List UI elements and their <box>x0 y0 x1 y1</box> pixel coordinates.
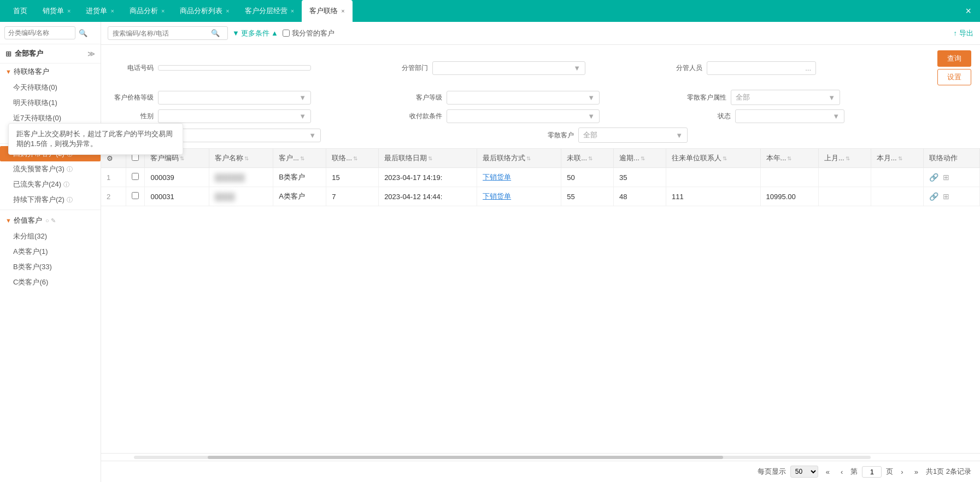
more-conditions-btn[interactable]: ▼ 更多条件 ▲ <box>232 28 278 38</box>
last-page-btn[interactable]: » <box>911 467 922 477</box>
sidebar-item-today[interactable]: 今天待联络(0) <box>0 80 101 95</box>
export-button[interactable]: ↑ 导出 <box>954 28 974 38</box>
tab-purchase-order[interactable]: 进货单 × <box>78 0 121 22</box>
sidebar-collapse-btn[interactable]: ≫ <box>87 50 95 58</box>
sort-icon-annual[interactable]: ⇅ <box>787 155 791 161</box>
cell-company-contact-2: 111 <box>666 187 760 206</box>
chevron-down-icon8: ▼ <box>309 131 316 140</box>
per-page-label: 每页显示 <box>758 467 786 477</box>
customer-level-select[interactable]: ▼ <box>447 91 600 104</box>
horizontal-scrollbar[interactable] <box>101 453 980 461</box>
sidebar-item-declining[interactable]: 持续下滑客户(2) ⓘ <box>0 192 101 207</box>
chevron-down-icon9: ▼ <box>676 131 683 140</box>
filter-group-manager: 分管人员 ... <box>659 61 929 75</box>
sort-icon-type[interactable]: ⇅ <box>300 155 304 161</box>
sidebar-all-customers[interactable]: ⊞ 全部客户 ≫ <box>0 44 101 63</box>
sort-icon-code[interactable]: ⇅ <box>180 155 184 161</box>
link-action-icon-1[interactable]: 🔗 <box>929 173 938 182</box>
close-tab-customer-contact[interactable]: × <box>341 8 344 14</box>
retail-customer-label: 零散客户 <box>548 131 574 140</box>
cell-actions-2: 🔗 ⊞ <box>923 187 979 206</box>
payment-label: 收付款条件 <box>398 112 442 121</box>
info-icon-churn: ⓘ <box>67 165 73 173</box>
manager-select[interactable]: ... <box>707 61 816 75</box>
cell-type-2: A类客户 <box>273 187 326 206</box>
close-all-tabs[interactable]: × <box>965 5 971 17</box>
first-page-btn[interactable]: « <box>823 467 833 477</box>
info-icon-churned: ⓘ <box>63 181 69 189</box>
payment-select[interactable]: ▼ <box>447 109 600 123</box>
sidebar-item-churned[interactable]: 已流失客户(24) ⓘ <box>0 177 101 192</box>
chevron-down-icon2: ▼ <box>299 94 306 102</box>
my-customer-checkbox[interactable]: 我分管的客户 <box>283 28 335 38</box>
sort-icon-this-month[interactable]: ⇅ <box>898 155 902 161</box>
status-select[interactable]: ▼ <box>735 109 844 123</box>
close-tab-sales-order[interactable]: × <box>67 8 71 14</box>
price-level-select[interactable]: ▼ <box>158 91 311 104</box>
data-table: ⚙ 客户编码⇅ 客户名称⇅ 客户...⇅ 联络...⇅ 最后联络日期⇅ 最后联络… <box>101 149 980 206</box>
query-button[interactable]: 查询 <box>937 50 971 67</box>
filter-row-3: 性别 ▼ 收付款条件 ▼ 状态 <box>110 109 971 123</box>
dept-select[interactable]: ▼ <box>432 61 585 75</box>
sort-icon-company[interactable]: ⇅ <box>723 155 727 161</box>
col-header-actions: 联络动作 <box>923 149 979 168</box>
sort-icon-last-month[interactable]: ⇅ <box>846 155 850 161</box>
cell-contact-count-2: 7 <box>326 187 379 206</box>
sidebar-item-unclassified[interactable]: 未分组(32) <box>0 229 101 244</box>
sort-icon-uncontacted[interactable]: ⇅ <box>588 155 592 161</box>
tab-customer-layered[interactable]: 客户分层经营 × <box>237 0 302 22</box>
page-input[interactable] <box>862 466 882 478</box>
grid-action-icon-1[interactable]: ⊞ <box>943 173 949 182</box>
phone-input[interactable] <box>158 65 311 71</box>
link-action-icon-2[interactable]: 🔗 <box>929 192 938 201</box>
customer-type-select[interactable]: ▼ <box>168 129 321 142</box>
prev-page-btn[interactable]: ‹ <box>837 467 846 477</box>
tree-group-pending-header[interactable]: ▼ 待联络客户 <box>0 63 101 80</box>
sidebar-item-churn-warning[interactable]: 流失预警客户(3) ⓘ <box>0 161 101 177</box>
page-suffix: 页 <box>886 467 893 477</box>
filter-group-customer-level: 客户等级 ▼ <box>398 91 683 104</box>
sidebar-item-class-b[interactable]: B类客户(33) <box>0 259 101 275</box>
scrollbar-thumb[interactable] <box>208 456 724 459</box>
search-icon[interactable]: 🔍 <box>211 29 220 37</box>
sort-icon-overdue[interactable]: ⇅ <box>641 155 645 161</box>
sidebar-value-customer-header[interactable]: ▼ 价值客户 ○ ✎ <box>0 212 101 229</box>
row-checkbox-2[interactable] <box>132 192 139 199</box>
cell-uncontacted-2: 55 <box>561 187 614 206</box>
sidebar-search-input[interactable] <box>4 26 75 39</box>
scrollbar-track <box>134 456 871 459</box>
per-page-select[interactable]: 50 100 200 <box>790 466 818 478</box>
gender-select[interactable]: ▼ <box>158 109 311 123</box>
retail-attr-select[interactable]: 全部 ▼ <box>731 90 840 105</box>
sort-icon-name[interactable]: ⇅ <box>244 155 249 161</box>
cell-last-date-2: 2023-04-12 14:44: <box>379 187 477 206</box>
tab-home[interactable]: 首页 <box>5 0 35 22</box>
settings-icon[interactable]: ⚙ <box>107 154 113 162</box>
tab-sales-order[interactable]: 销货单 × <box>35 0 78 22</box>
sort-icon-contact[interactable]: ⇅ <box>353 155 357 161</box>
sidebar-item-class-a[interactable]: A类客户(1) <box>0 244 101 259</box>
close-tab-product-analysis[interactable]: × <box>161 8 165 14</box>
sidebar-item-class-c[interactable]: C类客户(6) <box>0 275 101 290</box>
sidebar-search-area: 🔍 <box>0 22 101 44</box>
chevron-up-icon: ▲ <box>271 29 278 37</box>
sort-icon-date[interactable]: ⇅ <box>428 155 432 161</box>
tab-product-analysis[interactable]: 商品分析 × <box>122 0 172 22</box>
row-checkbox-1[interactable] <box>132 173 139 180</box>
grid-action-icon-2[interactable]: ⊞ <box>943 192 949 201</box>
retail-customer-select[interactable]: 全部 ▼ <box>578 127 688 143</box>
sort-icon-method[interactable]: ⇅ <box>526 155 531 161</box>
main-search-input[interactable] <box>113 30 211 37</box>
tab-product-analysis-list[interactable]: 商品分析列表 × <box>172 0 237 22</box>
sidebar-item-tomorrow[interactable]: 明天待联络(1) <box>0 95 101 111</box>
close-tab-purchase-order[interactable]: × <box>110 8 114 14</box>
close-tab-product-analysis-list[interactable]: × <box>226 8 229 14</box>
sidebar-search-icon[interactable]: 🔍 <box>79 29 87 37</box>
my-customer-check[interactable] <box>283 30 290 37</box>
set-button[interactable]: 设置 <box>937 69 971 85</box>
edit-icon-value[interactable]: ○ ✎ <box>45 217 56 224</box>
tab-customer-contact[interactable]: 客户联络 × <box>302 0 352 22</box>
tooltip-box: 距客户上次交易时长，超过了此客户的平均交易周期的1.5倍，则视为异常。 <box>101 123 183 155</box>
next-page-btn[interactable]: › <box>897 467 906 477</box>
close-tab-customer-layered[interactable]: × <box>291 8 294 14</box>
